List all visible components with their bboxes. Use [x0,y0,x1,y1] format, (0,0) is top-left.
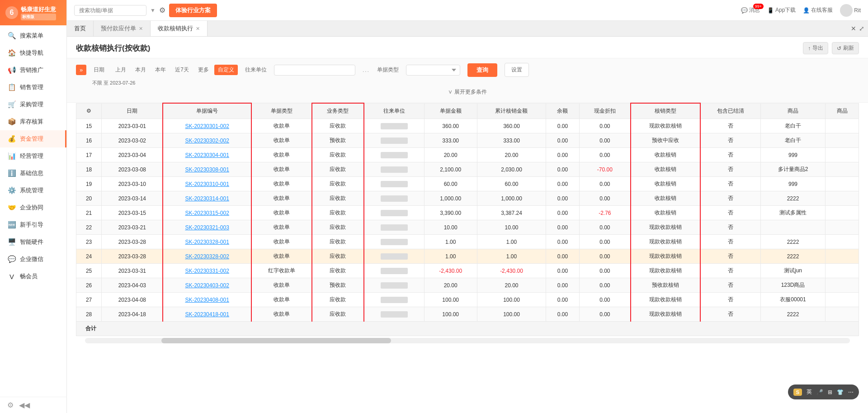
float-grid-icon[interactable]: ⊞ [828,389,832,395]
cell-counterparty [364,293,424,307]
sidebar-item-hardware[interactable]: 🖥️ 智能硬件 [0,233,66,251]
sidebar-item-wechat[interactable]: 💬 企业微信 [0,251,66,268]
filter-toggle-btn[interactable]: » [76,65,86,75]
export-btn[interactable]: ↑ 导出 [803,42,828,54]
table-row[interactable]: 27 2023-04-08 SK-20230408-001 收款单 应收款 10… [76,293,859,307]
cell-total-cancel: 1,000.00 [477,191,546,206]
solution-btn[interactable]: 体验行业方案 [169,4,217,17]
docno-link[interactable]: SK-20230328-002 [185,253,229,260]
cell-balance: 0.00 [546,249,580,264]
table-row[interactable]: 20 2023-03-14 SK-20230314-001 收款单 应收款 1,… [76,191,859,206]
date-7days-btn[interactable]: 近7天 [171,65,193,75]
table-row[interactable]: 16 2023-03-02 SK-20230302-002 收款单 预收款 33… [76,133,859,148]
docno-link[interactable]: SK-20230331-002 [185,268,229,274]
user-avatar-area[interactable]: Rit [840,4,861,17]
sidebar-item-guide[interactable]: 🆕 新手引导 [0,216,66,233]
settings-bottom-icon[interactable]: ⚙ [7,401,14,409]
sidebar-item-operations[interactable]: 📊 经营管理 [0,147,66,165]
table-row[interactable]: 21 2023-03-15 SK-20230315-002 收款单 应收款 3,… [76,206,859,220]
collapse-icon[interactable]: ◀◀ [19,401,30,409]
docno-link[interactable]: SK-20230314-001 [185,195,229,202]
float-more-icon[interactable]: ⋯ [848,389,854,395]
cell-included: 否 [700,191,760,206]
more-filters-dots[interactable]: ... [363,67,370,73]
sidebar-item-purchase[interactable]: 🛒 采购管理 [0,96,66,113]
table-row[interactable]: 25 2023-03-31 SK-20230331-002 红字收款单 应收款 … [76,264,859,278]
cell-seq: 28 [76,307,102,322]
message-area[interactable]: 💬 消息 99+ [741,6,760,14]
docno-link[interactable]: SK-20230304-001 [185,152,229,158]
sidebar-item-label: 新手引导 [20,221,43,229]
tab-collection-close-icon[interactable]: ✕ [196,26,200,32]
sidebar-item-label: 系统管理 [20,186,43,195]
table-row[interactable]: 19 2023-03-10 SK-20230310-001 收款单 应收款 60… [76,177,859,191]
table-row[interactable]: 24 2023-03-28 SK-20230328-002 收款单 应收款 1.… [76,249,859,264]
tab-prepay-close-icon[interactable]: ✕ [139,26,143,32]
horizontal-scrollbar[interactable] [85,338,850,343]
tab-prepay[interactable]: 预付款应付单 ✕ [94,21,151,36]
sidebar-item-inventory[interactable]: 📦 库存核算 [0,113,66,130]
date-custom-btn[interactable]: 自定义 [214,65,238,75]
scrollbar-thumb[interactable] [161,338,391,343]
sidebar-item-quicknav[interactable]: 🏠 快捷导航 [0,44,66,62]
tab-home[interactable]: 首页 [67,21,94,36]
online-service-area[interactable]: 👤 在线客服 [803,6,833,14]
query-btn[interactable]: 查询 [467,63,497,77]
th-settings[interactable]: ⚙ [76,103,102,119]
sidebar-item-search[interactable]: 🔍 搜索菜单 [0,27,66,44]
float-shirt-icon[interactable]: 👕 [837,389,844,395]
sidebar-item-sales[interactable]: 📋 销售管理 [0,79,66,96]
sidebar-item-finance[interactable]: 💰 资金管理 [0,130,66,147]
table-row[interactable]: 18 2023-03-08 SK-20230308-001 收款单 应收款 2,… [76,162,859,177]
table-row[interactable]: 22 2023-03-21 SK-20230321-003 收款单 应收款 10… [76,220,859,235]
docno-link[interactable]: SK-20230302-002 [185,138,229,144]
refresh-btn[interactable]: ↺ 刷新 [832,42,859,54]
search-input[interactable] [74,5,146,16]
sidebar-item-label: 企业微信 [20,255,43,263]
table-row[interactable]: 17 2023-03-04 SK-20230304-001 收款单 应收款 20… [76,148,859,162]
receipt-type-select[interactable] [406,65,460,76]
cell-biztype: 应收款 [312,249,364,264]
cell-total-cancel: 360.00 [477,119,546,133]
docno-link[interactable]: SK-20230418-001 [185,311,229,318]
sidebar-item-member[interactable]: V 畅会员 [0,268,66,285]
table-row[interactable]: 15 2023-03-01 SK-20230301-002 收款单 应收款 36… [76,119,859,133]
dropdown-arrow-icon[interactable]: ▼ [150,7,156,14]
expand-more-btn[interactable]: ∨ 展开更多条件 [448,89,486,95]
docno-link[interactable]: SK-20230301-002 [185,123,229,129]
cell-total-cancel: 20.00 [477,148,546,162]
date-this-month-btn[interactable]: 本月 [132,65,150,75]
docno-link[interactable]: SK-20230408-001 [185,297,229,303]
counterparty-input[interactable] [274,65,355,76]
docno-link[interactable]: SK-20230328-001 [185,239,229,245]
expand-tab-icon[interactable]: ⤢ [859,25,864,32]
date-more-btn[interactable]: 更多 [194,65,212,75]
table-row[interactable]: 26 2023-04-03 SK-20230403-002 收款单 预收款 20… [76,278,859,293]
sidebar-item-marketing[interactable]: 📢 营销推广 [0,62,66,79]
table-row[interactable]: 28 2023-04-18 SK-20230418-001 收款单 应收款 10… [76,307,859,322]
docno-link[interactable]: SK-20230310-001 [185,181,229,187]
date-this-year-btn[interactable]: 本年 [151,65,170,75]
settings-filter-btn[interactable]: 设置 [505,63,529,77]
sidebar-item-basic[interactable]: ℹ️ 基础信息 [0,165,66,182]
sidebar-item-system[interactable]: ⚙️ 系统管理 [0,182,66,199]
table-row[interactable]: 23 2023-03-28 SK-20230328-001 收款单 应收款 1.… [76,235,859,249]
close-tab-icon[interactable]: ✕ [851,25,856,32]
docno-link[interactable]: SK-20230321-003 [185,224,229,231]
settings-icon[interactable]: ⚙ [159,6,165,14]
docno-link[interactable]: SK-20230403-002 [185,282,229,289]
float-mic-icon[interactable]: 🎤 [816,389,823,395]
date-last-month-btn[interactable]: 上月 [112,65,130,75]
cell-biztype: 预收款 [312,278,364,293]
tab-collection[interactable]: 收款核销执行 ✕ [151,21,208,36]
cell-seq: 19 [76,177,102,191]
cell-goods1: 老白干 [760,133,826,148]
logo-badge: 标推版 [21,14,56,20]
docno-link[interactable]: SK-20230308-001 [185,166,229,173]
sidebar-item-enterprise[interactable]: 🤝 企业协同 [0,199,66,216]
sidebar-item-label: 库存核算 [20,118,43,126]
app-download-area[interactable]: 📱 App下载 [767,6,796,14]
cell-seq: 16 [76,133,102,148]
cell-included: 否 [700,133,760,148]
docno-link[interactable]: SK-20230315-002 [185,210,229,216]
